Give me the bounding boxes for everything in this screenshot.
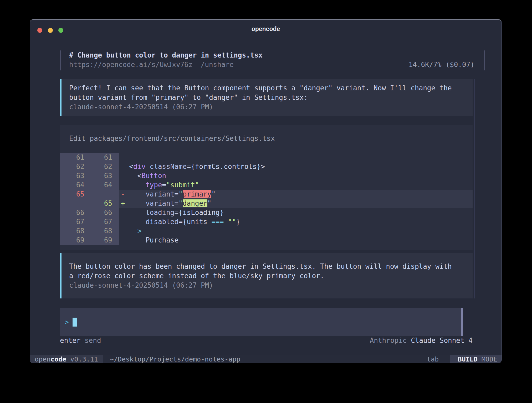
diff-row: 65+ variant="danger" xyxy=(60,199,473,208)
chat-scrollbar-track[interactable] xyxy=(474,79,475,298)
hint-enter-key: enter xyxy=(60,336,80,345)
model-meta: claude-sonnet-4-20250514 (06:27 PM) xyxy=(69,281,473,290)
line-number-new: 61 xyxy=(86,153,119,162)
code-line: <Button xyxy=(119,171,473,180)
diff-row: 6262 <div className={formCs.controls}> xyxy=(60,162,473,171)
assistant-message: The button color has been changed to dan… xyxy=(60,253,473,298)
desktop: opencode # Change button color to danger… xyxy=(0,0,532,403)
line-number-old xyxy=(60,199,86,208)
diff-row: 6464 type="submit" xyxy=(60,180,473,190)
model-label: Claude Sonnet 4 xyxy=(411,336,473,345)
unshare-command[interactable]: /unshare xyxy=(201,60,234,69)
message-text: button variant from "primary" to "danger… xyxy=(69,93,473,102)
input-scrollbar-thumb[interactable] xyxy=(461,308,463,336)
code-line: loading={isLoading} xyxy=(119,208,473,217)
app-window: opencode # Change button color to danger… xyxy=(30,19,502,363)
line-number-new: 67 xyxy=(86,217,119,226)
text-cursor xyxy=(73,318,77,327)
diff-row: 6161 xyxy=(60,153,473,162)
line-number-new: 65 xyxy=(86,199,119,208)
prompt-input[interactable]: > xyxy=(60,308,463,336)
diff-marker xyxy=(121,181,125,189)
diff-row: 6969 Purchase xyxy=(60,236,473,245)
diff-marker xyxy=(121,209,125,216)
line-number-new: 68 xyxy=(86,226,119,236)
diff-marker xyxy=(121,163,125,170)
diff-row: 6666 loading={isLoading} xyxy=(60,208,473,217)
edit-tool-card: Edit packages/frontend/src/containers/Se… xyxy=(60,125,473,250)
mode-suffix: MODE xyxy=(478,355,497,363)
diff-row: 65- variant="primary" xyxy=(60,190,473,199)
session-title: # Change button color to danger in setti… xyxy=(69,50,263,60)
hint-row: enter send Anthropic Claude Sonnet 4 xyxy=(60,336,473,345)
diff-marker xyxy=(121,153,125,161)
diff-row: 6767 disabled={units === ""} xyxy=(60,217,473,226)
line-number-new: 64 xyxy=(86,180,119,190)
app-name-code: code xyxy=(50,355,66,363)
message-text: a red/rose color scheme instead of the b… xyxy=(69,271,473,281)
code-line: disabled={units === ""} xyxy=(119,217,473,226)
line-number-old: 65 xyxy=(60,190,86,199)
code-line: type="submit" xyxy=(119,180,473,190)
session-header: # Change button color to danger in setti… xyxy=(60,50,485,70)
diff-marker xyxy=(121,218,125,226)
diff-marker: - xyxy=(121,190,125,198)
diff-marker xyxy=(121,227,125,235)
code-line xyxy=(119,153,473,162)
line-number-old: 69 xyxy=(60,236,86,245)
diff-marker xyxy=(121,236,125,244)
tab-key-hint: tab xyxy=(427,355,439,363)
assistant-message: Perfect! I can see that the Button compo… xyxy=(60,79,473,116)
build-mode-badge: BUILD MODE xyxy=(450,355,502,363)
status-bar: opencode v0.3.11 ~/Desktop/Projects/demo… xyxy=(30,355,502,363)
diff-marker: + xyxy=(121,199,125,207)
titlebar: opencode xyxy=(30,20,502,37)
context-usage: 14.6K/7% ($0.07) xyxy=(409,60,474,69)
app-name-version: opencode v0.3.11 xyxy=(30,355,103,363)
code-line: > xyxy=(119,226,473,236)
prompt-symbol: > xyxy=(65,318,69,326)
window-title: opencode xyxy=(30,25,502,33)
diff-row: 6868 > xyxy=(60,226,473,236)
message-text: Perfect! I can see that the Button compo… xyxy=(69,83,473,93)
line-number-new: 63 xyxy=(86,171,119,180)
hint-send-label: send xyxy=(85,336,101,345)
line-number-new xyxy=(86,190,119,199)
code-line: - variant="primary" xyxy=(119,190,473,199)
app-name-open: open xyxy=(35,355,50,363)
diff-view: 6161 6262 <div className={formCs.control… xyxy=(60,153,473,245)
diff-row: 6363 <Button xyxy=(60,171,473,180)
share-url-link[interactable]: https://opencode.ai/s/UwJxv76z xyxy=(69,60,193,69)
line-number-old: 67 xyxy=(60,217,86,226)
line-number-new: 66 xyxy=(86,208,119,217)
line-number-new: 62 xyxy=(86,162,119,171)
line-number-old: 61 xyxy=(60,153,86,162)
code-line: + variant="danger" xyxy=(119,199,473,208)
model-meta: claude-sonnet-4-20250514 (06:27 PM) xyxy=(69,102,473,112)
line-number-old: 63 xyxy=(60,171,86,180)
line-number-old: 62 xyxy=(60,162,86,171)
line-number-old: 64 xyxy=(60,180,86,190)
working-directory: ~/Desktop/Projects/demo-notes-app xyxy=(110,355,241,363)
code-line: Purchase xyxy=(119,236,473,245)
line-number-new: 69 xyxy=(86,236,119,245)
app-version: v0.3.11 xyxy=(66,355,98,363)
mode-name: BUILD xyxy=(458,355,477,363)
line-number-old: 66 xyxy=(60,208,86,217)
code-line: <div className={formCs.controls}> xyxy=(119,162,473,171)
provider-label: Anthropic xyxy=(370,336,407,345)
edit-tool-title: Edit packages/frontend/src/containers/Se… xyxy=(60,125,473,143)
message-text: The button color has been changed to dan… xyxy=(69,262,473,271)
line-number-old: 68 xyxy=(60,226,86,236)
diff-marker xyxy=(121,172,125,180)
